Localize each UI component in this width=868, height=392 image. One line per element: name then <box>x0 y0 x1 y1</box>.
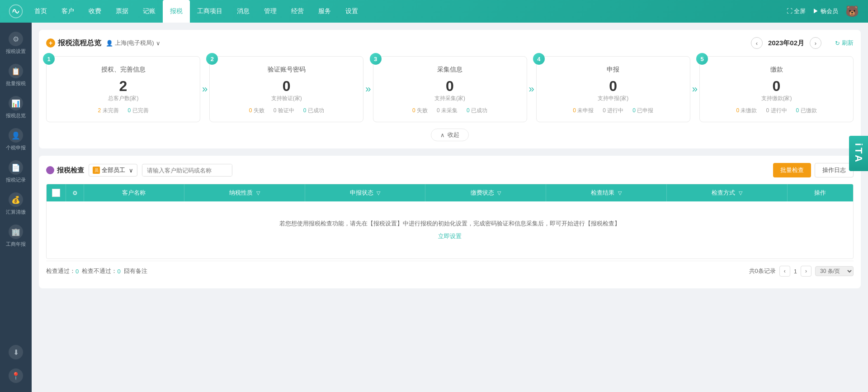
filter-icon-1[interactable]: ▽ <box>256 190 260 196</box>
step-5-count: 0 <box>707 77 846 95</box>
nav-fee[interactable]: 收费 <box>81 0 108 23</box>
check-table: ⚙ 客户名称 纳税性质 ▽ 申报状态 ▽ <box>47 184 853 201</box>
search-input[interactable] <box>142 165 227 176</box>
search-btn[interactable]: 🔍 <box>227 164 232 176</box>
month-nav: ‹ 2023年02月 › <box>751 37 821 49</box>
pass-label: 检查通过： <box>46 267 75 275</box>
staff-icon: 员 <box>93 167 100 174</box>
filter-icon-3[interactable]: ▽ <box>497 190 501 196</box>
table-footer: 检查通过： 0 检查不通过： 0 囧有备注 共0条记录 ‹ 1 › 30 条/页… <box>46 261 854 281</box>
download-icon: ⬇ <box>9 345 23 359</box>
nav-client[interactable]: 客户 <box>54 0 81 23</box>
filter-icon-5[interactable]: ▽ <box>739 190 742 196</box>
step-4-num: 4 <box>533 53 545 65</box>
arrow-2: » <box>363 56 373 122</box>
location-tag[interactable]: 👤 上海(电子税局) ∨ <box>106 39 160 47</box>
table-scroll: 若您想使用报税检查功能，请先在【报税设置】中进行报税的初始化设置，完成密码验证和… <box>47 201 853 258</box>
check-actions: 批量检查 操作日志 <box>773 163 854 177</box>
refresh-icon: ↻ <box>835 40 840 47</box>
col-declare-status: 申报状态 ▽ <box>305 184 425 201</box>
col-check-result: 检查结果 ▽ <box>546 184 667 201</box>
step-1-card: 1 授权、完善信息 2 总客户数(家) 2 未完善 0 已完善 <box>46 56 200 122</box>
step-5-num: 5 <box>696 53 708 65</box>
step-2-stat-2-val: 0 <box>303 107 307 114</box>
overview-panel: + 报税流程总览 👤 上海(电子税局) ∨ ‹ 2023年02月 › ↻ 刷新 <box>39 30 861 148</box>
arrow-4: » <box>690 56 699 122</box>
pagination: 共0条记录 ‹ 1 › 30 条/页50 条/页100 条/页 <box>749 266 854 277</box>
sidebar-item-annual-report[interactable]: 🏢 工商年报 <box>0 220 32 252</box>
sidebar-item-tax-records[interactable]: 📄 报税记录 <box>0 156 32 188</box>
collapse-row: ∧ 收起 <box>46 129 854 141</box>
select-all-checkbox[interactable] <box>52 189 60 197</box>
ita-badge[interactable]: iTA <box>849 136 868 171</box>
logo[interactable] <box>5 0 27 23</box>
overview-header: + 报税流程总览 👤 上海(电子税局) ∨ ‹ 2023年02月 › ↻ 刷新 <box>46 37 854 49</box>
step-4-title: 申报 <box>544 66 683 74</box>
collapse-btn[interactable]: ∧ 收起 <box>431 129 469 141</box>
member-btn[interactable]: ▶ 畅会员 <box>813 7 838 15</box>
prev-page-btn[interactable]: ‹ <box>779 266 790 277</box>
batch-check-btn[interactable]: 批量检查 <box>773 163 811 177</box>
nav-industry[interactable]: 工商项目 <box>190 0 230 23</box>
sidebar-item-personal-tax[interactable]: 👤 个税申报 <box>0 124 32 156</box>
operation-log-btn[interactable]: 操作日志 <box>815 163 854 177</box>
step-4-count: 0 <box>544 77 683 95</box>
nav-message[interactable]: 消息 <box>230 0 257 23</box>
chevron-down-icon: ∨ <box>156 40 160 47</box>
page-size-select[interactable]: 30 条/页50 条/页100 条/页 <box>815 266 854 276</box>
nav-right: ⛶ 全屏 ▶ 畅会员 🐻 <box>787 5 859 18</box>
sidebar-item-settlement[interactable]: 💰 汇算清缴 <box>0 188 32 220</box>
chevron-up-icon: ∧ <box>440 132 445 139</box>
remark-label: 囧有备注 <box>124 267 147 275</box>
nav-manage[interactable]: 管理 <box>257 0 284 23</box>
step-3-sub: 支持采集(家) <box>381 95 519 102</box>
sidebar-item-tax-overview[interactable]: 📊 报税总览 <box>0 91 32 124</box>
sidebar-item-label: 个税申报 <box>6 144 26 151</box>
nav-operation[interactable]: 经营 <box>284 0 311 23</box>
location-person-icon: 👤 <box>106 40 113 47</box>
col-check-method: 检查方式 ▽ <box>667 184 788 201</box>
sidebar-item-batch-tax[interactable]: 📋 批量报税 <box>0 59 32 91</box>
setup-link[interactable]: 立即设置 <box>56 232 844 240</box>
col-pay-status: 缴费状态 ▽ <box>425 184 546 201</box>
fail-label: 检查不通过： <box>82 267 117 275</box>
step-5-stats: 0 未缴款 0 进行中 0 已缴款 <box>707 107 846 115</box>
nav-home[interactable]: 首页 <box>27 0 54 23</box>
prev-month-btn[interactable]: ‹ <box>751 37 763 49</box>
next-page-btn[interactable]: › <box>801 266 811 277</box>
sidebar-location[interactable]: 📍 <box>0 364 32 387</box>
step-4-card: 4 申报 0 支持申报(家) 0 未申报 0 进行中 0 已申报 <box>536 56 690 122</box>
sidebar-item-label: 工商年报 <box>6 241 26 248</box>
step-2-card: 2 验证账号密码 0 支持验证(家) 0 失败 0 验证中 0 已成功 <box>209 56 363 122</box>
next-month-btn[interactable]: › <box>810 37 821 49</box>
step-2-num: 2 <box>206 53 218 65</box>
nav-settings[interactable]: 设置 <box>338 0 365 23</box>
overview-title: + 报税流程总览 <box>46 38 101 48</box>
step-1-stat-0-val: 2 <box>98 107 101 114</box>
sidebar-download[interactable]: ⬇ <box>0 340 32 364</box>
filter-icon-4[interactable]: ▽ <box>618 190 622 196</box>
nav-bookkeeping[interactable]: 记账 <box>136 0 163 23</box>
staff-select[interactable]: 员 全部员工 ∨ <box>89 164 137 177</box>
settlement-icon: 💰 <box>9 192 23 207</box>
arrow-3: » <box>527 56 536 122</box>
fullscreen-btn[interactable]: ⛶ 全屏 <box>787 7 806 15</box>
nav-invoice[interactable]: 票据 <box>108 0 136 23</box>
tax-records-icon: 📄 <box>9 160 23 175</box>
total-label: 共0条记录 <box>749 267 776 275</box>
nav-service[interactable]: 服务 <box>311 0 338 23</box>
nav-tax[interactable]: 报税 <box>163 0 190 23</box>
step-1-title: 授权、完善信息 <box>54 66 193 74</box>
fail-count[interactable]: 0 <box>117 268 120 275</box>
step-4-sub: 支持申报(家) <box>544 95 683 102</box>
sidebar-item-label: 报税记录 <box>6 177 26 183</box>
pass-count[interactable]: 0 <box>75 268 79 275</box>
sidebar-bottom: ⬇ 📍 <box>0 340 32 392</box>
step-4-stats: 0 未申报 0 进行中 0 已申报 <box>544 107 683 115</box>
refresh-btn[interactable]: ↻ 刷新 <box>835 39 854 47</box>
avatar[interactable]: 🐻 <box>845 5 859 18</box>
settings-icon[interactable]: ⚙ <box>72 190 78 196</box>
sidebar-item-tax-settings[interactable]: ⚙ 报税设置 <box>0 27 32 59</box>
filter-icon-2[interactable]: ▽ <box>377 190 380 196</box>
step-1-sub: 总客户数(家) <box>54 95 193 102</box>
